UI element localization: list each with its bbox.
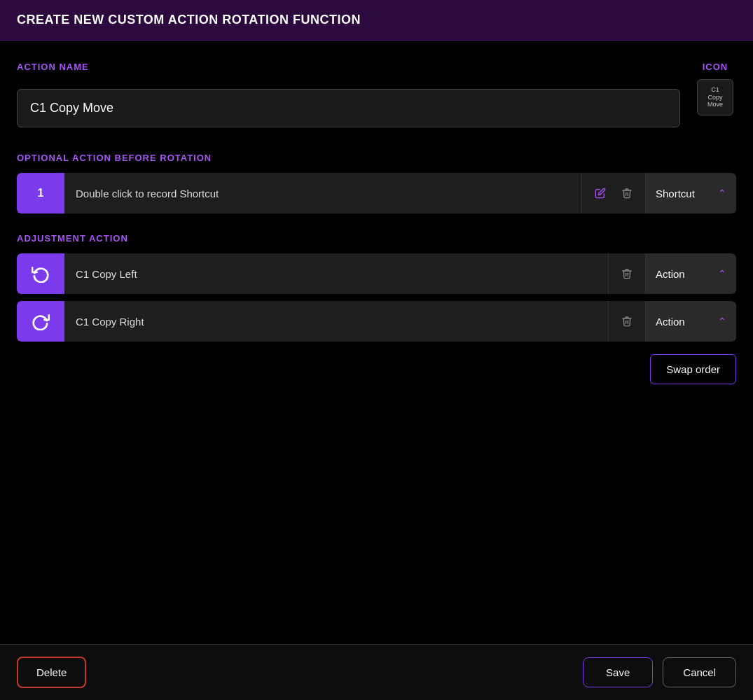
- delete-left-button[interactable]: [619, 265, 635, 282]
- icon-label: ICON: [703, 62, 728, 72]
- undo-icon: [32, 265, 50, 283]
- icon-group: ICON C1CopyMove: [694, 62, 736, 115]
- optional-section-label: OPTIONAL ACTION BEFORE ROTATION: [17, 153, 736, 163]
- row-number: 1: [17, 173, 64, 214]
- adjustment-row-left: C1 Copy Left Action ⌃: [17, 253, 736, 294]
- row-left-actions: [608, 253, 645, 294]
- row-left-icon-container: [17, 253, 64, 294]
- shortcut-type-label: Shortcut: [656, 188, 695, 200]
- edit-shortcut-button[interactable]: [592, 185, 609, 202]
- delete-right-button[interactable]: [619, 313, 635, 330]
- left-chevron-up-icon: ⌃: [718, 268, 726, 279]
- shortcut-chevron-up-icon: ⌃: [718, 188, 726, 199]
- right-type-selector[interactable]: Action ⌃: [645, 301, 736, 342]
- action-name-group: ACTION NAME: [17, 62, 680, 127]
- swap-order-button[interactable]: Swap order: [650, 354, 736, 384]
- adjustment-row-right: C1 Copy Right Action ⌃: [17, 301, 736, 342]
- optional-action-section: OPTIONAL ACTION BEFORE ROTATION 1 Double…: [17, 153, 736, 214]
- main-content: ACTION NAME ICON C1CopyMove OPTIONAL ACT…: [0, 41, 753, 643]
- icon-preview[interactable]: C1CopyMove: [697, 79, 733, 115]
- optional-action-row: 1 Double click to record Shortcut: [17, 173, 736, 214]
- row-right-actions: [608, 301, 645, 342]
- optional-action-text: Double click to record Shortcut: [76, 188, 219, 200]
- row-right-text: C1 Copy Right: [76, 316, 144, 328]
- row-right-content: C1 Copy Right: [64, 301, 608, 342]
- redo-icon: [32, 312, 50, 330]
- save-button[interactable]: Save: [583, 657, 653, 687]
- row-left-text: C1 Copy Left: [76, 268, 137, 280]
- delete-shortcut-button[interactable]: [619, 185, 635, 202]
- cancel-button[interactable]: Cancel: [663, 657, 736, 687]
- left-type-label: Action: [656, 268, 685, 280]
- dialog-title: CREATE NEW CUSTOM ACTION ROTATION FUNCTI…: [17, 13, 361, 27]
- optional-action-content[interactable]: Double click to record Shortcut: [64, 173, 581, 214]
- icon-preview-text: C1CopyMove: [707, 86, 723, 108]
- shortcut-type-selector[interactable]: Shortcut ⌃: [645, 173, 736, 214]
- footer: Delete Save Cancel: [0, 644, 753, 700]
- action-name-input[interactable]: [17, 89, 680, 127]
- dialog-header: CREATE NEW CUSTOM ACTION ROTATION FUNCTI…: [0, 0, 753, 41]
- delete-button[interactable]: Delete: [17, 657, 86, 688]
- optional-action-controls: [581, 173, 645, 214]
- left-type-selector[interactable]: Action ⌃: [645, 253, 736, 294]
- action-name-row: ACTION NAME ICON C1CopyMove: [17, 62, 736, 127]
- right-type-label: Action: [656, 316, 685, 328]
- adjustment-section-label: ADJUSTMENT ACTION: [17, 233, 736, 244]
- row-right-icon-container: [17, 301, 64, 342]
- adjustment-action-section: ADJUSTMENT ACTION C1 Copy Left: [17, 233, 736, 384]
- right-chevron-up-icon: ⌃: [718, 316, 726, 327]
- footer-right-buttons: Save Cancel: [583, 657, 736, 687]
- row-left-content: C1 Copy Left: [64, 253, 608, 294]
- action-name-label: ACTION NAME: [17, 62, 680, 72]
